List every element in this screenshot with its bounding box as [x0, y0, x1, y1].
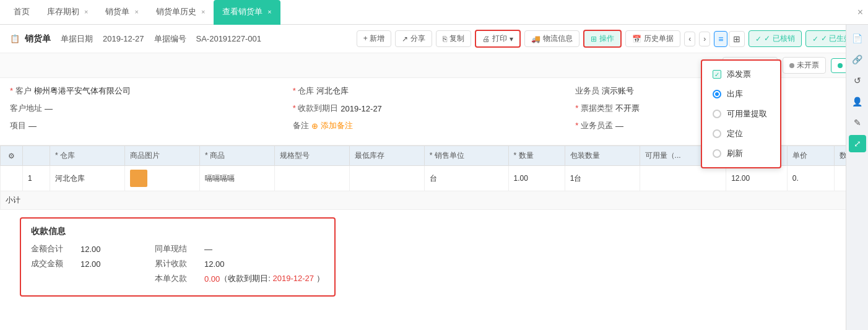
- due-note: （收款到期日: 2019-12-27 ）: [220, 273, 324, 284]
- dropdown-item-available-qty[interactable]: 可用量提取: [702, 104, 780, 124]
- total-label: 金额合计: [31, 243, 80, 254]
- table-row: 1 河北仓库 嗝嗝嗝嗝 台 1.00 1台 12.00 0.: [1, 166, 868, 191]
- main-area: 📋 销货单 单据日期 2019-12-27 单据编号 SA-20191227-0…: [0, 25, 868, 330]
- logistics-button[interactable]: 🚚 物流信息: [524, 30, 579, 47]
- history-button[interactable]: 📅 历史单据: [625, 30, 680, 47]
- doc-header: 📋 销货单 单据日期 2019-12-27 单据编号 SA-20191227-0…: [0, 25, 868, 53]
- radio-icon-outbound: [712, 89, 722, 99]
- radio-icon-refresh: [712, 149, 722, 158]
- dropdown-item-locate[interactable]: 定位: [702, 124, 780, 144]
- col-price: 单价: [787, 146, 834, 166]
- add-note-btn[interactable]: ⊕ 添加备注: [311, 120, 353, 131]
- new-button[interactable]: + 新增: [357, 30, 391, 47]
- check-icon-sold: ✓: [755, 35, 762, 43]
- not-open-button[interactable]: 未开票: [783, 57, 826, 74]
- tab-inventory-init[interactable]: 库存期初 ×: [38, 0, 97, 25]
- project-field: 项目 —: [10, 120, 293, 131]
- ticket-type-value: 不开票: [615, 103, 640, 114]
- sidebar-refresh-btn[interactable]: ↺: [849, 72, 866, 89]
- checkbox-icon: ✓: [712, 69, 722, 79]
- tab-view-sales[interactable]: 查看销货单 ×: [214, 0, 280, 25]
- share-icon: ↗: [402, 35, 408, 43]
- col-warehouse: * 仓库: [50, 146, 125, 166]
- tab-sales-order[interactable]: 销货单 ×: [97, 0, 147, 25]
- row-pack-qty: 1台: [565, 166, 640, 191]
- next-button[interactable]: ›: [699, 32, 710, 46]
- tab-view-close[interactable]: ×: [267, 8, 271, 15]
- tab-home-label: 首页: [14, 6, 30, 17]
- share-button[interactable]: ↗ 分享: [395, 30, 432, 47]
- print-button[interactable]: 🖨 打印 ▾: [475, 30, 521, 48]
- tab-home[interactable]: 首页: [5, 0, 38, 25]
- deal-label: 成交金额: [31, 258, 80, 269]
- subtotal-row: 小计: [1, 191, 868, 210]
- dropdown-item-add-invoice[interactable]: ✓ 添发票: [702, 64, 780, 84]
- sidebar-link-btn[interactable]: 🔗: [849, 51, 866, 68]
- total-value: 12.00: [80, 245, 155, 254]
- row-unit: 台: [424, 166, 508, 191]
- row-settings: [1, 166, 23, 191]
- payment-section: 收款信息 金额合计 12.00 同单现结 — 成交金额 12.00 累计收款 1…: [0, 210, 868, 314]
- col-image: 商品图片: [124, 146, 199, 166]
- payment-date-label: 收款到期日: [293, 103, 341, 114]
- due-date: 2019-12-27: [273, 274, 315, 283]
- dropdown-item-outbound[interactable]: 出库: [702, 84, 780, 104]
- copy-button[interactable]: ⎘ 复制: [436, 30, 471, 47]
- prev-button[interactable]: ‹: [684, 32, 695, 46]
- window-close-btn[interactable]: ×: [857, 7, 863, 18]
- operations-button[interactable]: ⊞ 操作: [583, 30, 622, 48]
- deal-value: 12.00: [80, 259, 155, 269]
- customer-field: 客户 柳州粤港平安气体有限公司: [10, 85, 293, 97]
- tab-sales-history[interactable]: 销货单历史 ×: [147, 0, 214, 25]
- copy-icon: ⎘: [443, 35, 447, 43]
- payment-date-value: 2019-12-27: [341, 104, 382, 113]
- row-available: [640, 166, 726, 191]
- product-image: [130, 170, 147, 187]
- radio-icon-available: [712, 109, 722, 119]
- sidebar-edit-btn[interactable]: ✎: [849, 114, 866, 131]
- note-field: 备注 ⊕ 添加备注: [293, 120, 576, 131]
- sidebar-expand-btn[interactable]: ⤢: [849, 135, 866, 152]
- number-value: SA-20191227-001: [196, 34, 262, 43]
- accumulated-value: 12.00: [204, 259, 225, 269]
- grid-icon: ⊞: [591, 35, 597, 43]
- date-label: 单据日期: [61, 33, 93, 45]
- doc-title: 销货单: [25, 33, 51, 45]
- view-grid-button[interactable]: ⊞: [729, 31, 745, 47]
- view-list-button[interactable]: ≡: [714, 31, 727, 47]
- col-settings[interactable]: ⚙: [1, 146, 23, 166]
- view-icons: ≡ ⊞: [714, 31, 745, 47]
- tab-inventory-close[interactable]: ×: [84, 8, 88, 15]
- sold-button[interactable]: ✓ ✓ 已核销: [749, 30, 801, 47]
- print-icon: 🖨: [482, 35, 490, 43]
- col-min-stock: 最低库存: [349, 146, 424, 166]
- dropdown-item-refresh[interactable]: 刷新: [702, 144, 780, 163]
- col-product: * 商品: [199, 146, 274, 166]
- row-current-stock: 12.00: [726, 166, 788, 191]
- accumulated-label: 累计收款: [155, 258, 204, 269]
- green-dot-icon: [838, 63, 843, 68]
- tab-sales-close[interactable]: ×: [134, 8, 138, 15]
- doc-meta: 单据日期 2019-12-27 单据编号 SA-20191227-001: [61, 33, 261, 45]
- note-label: 备注: [293, 120, 311, 131]
- row-min-stock: [349, 166, 424, 191]
- payment-box: 收款信息 金额合计 12.00 同单现结 — 成交金额 12.00 累计收款 1…: [20, 217, 336, 297]
- row-price: 0.: [787, 166, 834, 191]
- row-spec: [274, 166, 349, 191]
- payment-date-field: 收款到期日 2019-12-27: [293, 103, 576, 114]
- address-label: 客户地址: [10, 103, 45, 114]
- radio-icon-locate: [712, 129, 722, 139]
- col-seq: [23, 146, 50, 166]
- date-value: 2019-12-27: [103, 34, 144, 43]
- col-spec: 规格型号: [274, 146, 349, 166]
- tab-history-close[interactable]: ×: [201, 8, 205, 15]
- warehouse-field: 仓库 河北仓库: [293, 85, 576, 97]
- owed-label2: 本单欠款: [155, 273, 204, 284]
- sidebar-user-btn[interactable]: 👤: [849, 93, 866, 110]
- warehouse-label: 仓库: [293, 85, 317, 97]
- row-warehouse: 河北仓库: [50, 166, 125, 191]
- payment-row-1: 金额合计 12.00 同单现结 —: [31, 243, 324, 254]
- sidebar-doc-btn[interactable]: 📄: [849, 30, 866, 47]
- customer-label: 客户: [10, 85, 34, 97]
- gray-dot-icon: [789, 63, 794, 68]
